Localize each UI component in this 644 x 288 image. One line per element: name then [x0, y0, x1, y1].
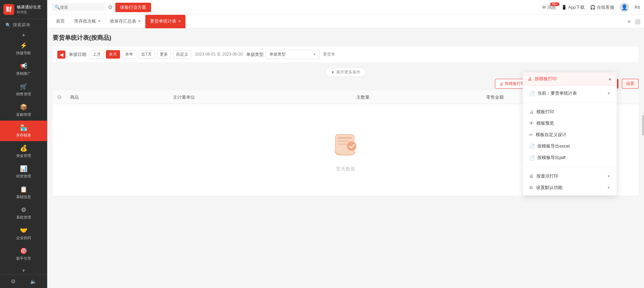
item-left: 🖥 按显示打印 — [529, 173, 558, 179]
default-func-icon: ⚙ — [529, 185, 533, 190]
item-left: 📄 按模板导出pdf — [529, 155, 565, 161]
window-maximize-btn[interactable]: ⬜ — [635, 19, 640, 24]
default-func-label: 设置默认功能 — [536, 185, 562, 191]
filter-bar: ◀ 单据日期 上月 本月 本年 近7天 更多 自定义 2023-06-01 至 … — [53, 46, 639, 62]
sidebar-item-label: 系统管理 — [16, 215, 31, 220]
sidebar-item-beginner[interactable]: 🎯 新手引导 — [0, 244, 47, 264]
col-settings[interactable]: ⚙ — [53, 91, 66, 104]
scrollbar-handle[interactable] — [642, 115, 644, 135]
settings-bottom-icon[interactable]: ⚙ — [11, 278, 16, 285]
user-name[interactable]: Rit — [635, 5, 640, 10]
window-close-btn[interactable]: ✕ — [626, 19, 632, 24]
topbar-app-download[interactable]: 📱 App下载 — [561, 4, 585, 10]
dropdown-caret-icon: ▲ — [608, 76, 612, 81]
topbar-search-icon: 🔍 — [55, 5, 60, 10]
topbar-gear-icon[interactable]: ⚙ — [108, 4, 113, 10]
doctype-select[interactable]: 单据类型 ▼ — [266, 50, 320, 59]
sidebar-item-operation[interactable]: 📊 经营管理 — [0, 162, 47, 182]
sidebar-logo: 财 畅康通好生意 标准版 — [0, 0, 47, 19]
sidebar-scroll-down[interactable]: ▼ — [0, 267, 47, 275]
sidebar-item-app-center[interactable]: 📱 应用中心 — [0, 264, 47, 267]
topbar-service[interactable]: 🎧 在线客服 — [590, 4, 614, 10]
export-excel-icon: 📄 — [529, 143, 535, 149]
dropdown-item-export-excel[interactable]: 📄 按模板导出excel — [523, 140, 617, 152]
date-btn-more[interactable]: 更多 — [157, 50, 171, 59]
dropdown-header[interactable]: 🖨 按模板打印 ▲ — [523, 72, 617, 86]
dropdown-header-left: 🖨 按模板打印 — [528, 76, 557, 82]
template-design-label: 模板自定义设计 — [536, 132, 566, 138]
dropdown-item-export-pdf[interactable]: 📄 按模板导出pdf — [523, 152, 617, 163]
settings-btn[interactable]: 设置 — [622, 79, 639, 89]
sidebar-item-label: 新手引导 — [16, 256, 31, 261]
export-excel-label: 按模板导出excel — [537, 143, 569, 149]
sidebar-item-enterprise[interactable]: 🤝 企业协同 — [0, 223, 47, 244]
item-left: ✏ 模板自定义设计 — [529, 132, 566, 138]
user-avatar[interactable]: 👤 — [620, 3, 629, 12]
doctype-select-value: 单据类型 — [269, 52, 286, 57]
topbar-message[interactable]: ✉ 消息 99+ — [542, 4, 556, 10]
date-btn-last7[interactable]: 近7天 — [138, 50, 155, 59]
marketing-icon: 📢 — [20, 62, 27, 70]
sidebar-item-system[interactable]: ⚙ 系统管理 — [0, 203, 47, 223]
sidebar-item-label: 库存核算 — [16, 133, 31, 138]
sound-bottom-icon[interactable]: 🔈 — [30, 278, 37, 285]
tab-receive-summary-close[interactable]: × — [138, 19, 141, 24]
sidebar-item-label: 采购管理 — [16, 112, 31, 117]
empty-icon-svg — [329, 128, 362, 161]
sidebar-item-label: 资金管理 — [16, 153, 31, 158]
dropdown-item-template-design[interactable]: ✏ 模板自定义设计 — [523, 129, 617, 140]
sidebar-item-basic[interactable]: 📋 基础信息 — [0, 182, 47, 203]
service-icon: 🎧 — [590, 5, 595, 10]
purchase-icon: 📦 — [20, 103, 27, 111]
filter-expand-btn[interactable]: ◀ — [57, 51, 65, 59]
table-gear-icon[interactable]: ⚙ — [57, 94, 62, 100]
date-btn-current-month[interactable]: 本月 — [106, 50, 120, 59]
dropdown-item-display-print[interactable]: 🖥 按显示打印 ▼ — [523, 170, 617, 182]
sales-icon: 🛒 — [20, 83, 27, 90]
date-range-display: 2023-06-01 至 2023-06-30 — [195, 52, 243, 57]
dropdown-item-current[interactable]: 📄 当前：要货单统计表 ▼ — [523, 88, 617, 99]
sidebar-scroll-up[interactable]: ▲ — [0, 31, 47, 38]
dropdown-item-template-print[interactable]: 🖨 模板打印 — [523, 106, 617, 118]
sidebar-item-finance[interactable]: 💰 资金管理 — [0, 141, 47, 162]
doctype-filter-label: 单据类型 — [246, 52, 264, 58]
dropdown-item-default-func[interactable]: ⚙ 设置默认功能 ▼ — [523, 182, 617, 193]
col-unit: 主计量单位 — [169, 91, 352, 104]
topbar-right: ✉ 消息 99+ 📱 App下载 🎧 在线客服 👤 Rit — [542, 3, 640, 12]
topbar-search-input[interactable] — [60, 5, 100, 10]
sidebar-search[interactable]: 🔍 搜索菜单 — [0, 19, 47, 31]
sidebar-nav: ⚡ 快捷导航 📢 营销推广 🛒 销售管理 📦 采购管理 🏪 库存核算 💰 资金管… — [0, 38, 47, 267]
topbar-search-box[interactable]: 🔍 — [51, 3, 105, 11]
sidebar-item-marketing[interactable]: 📢 营销推广 — [0, 59, 47, 79]
tab-receive-summary[interactable]: 收发存汇总表 × — [105, 15, 145, 28]
app-logo-icon: 财 — [3, 4, 14, 15]
quick-nav-icon: ⚡ — [20, 42, 27, 49]
template-preview-icon: 👁 — [529, 121, 534, 126]
message-icon: ✉ — [542, 5, 546, 10]
tab-inventory-batch[interactable]: 库存批次账 × — [69, 15, 105, 28]
tab-order-stats-close[interactable]: × — [178, 19, 181, 24]
dropdown-item-template-preview[interactable]: 👁 模板预览 — [523, 118, 617, 129]
expand-more-btn[interactable]: ▼ 展开更多条件 — [326, 68, 365, 77]
order-type-label: 要货单 — [323, 52, 335, 57]
trial-btn[interactable]: 体验行业方案 — [115, 3, 151, 12]
sidebar-item-quick-nav[interactable]: ⚡ 快捷导航 — [0, 38, 47, 59]
sidebar-item-label: 企业协同 — [16, 235, 31, 241]
sidebar-item-sales[interactable]: 🛒 销售管理 — [0, 79, 47, 100]
date-btn-custom[interactable]: 自定义 — [173, 50, 191, 59]
sidebar-item-purchase[interactable]: 📦 采购管理 — [0, 100, 47, 121]
empty-text: 暂无数据 — [336, 166, 355, 172]
beginner-icon: 🎯 — [20, 247, 27, 255]
tab-inventory-batch-close[interactable]: × — [98, 19, 100, 24]
date-btn-current-year[interactable]: 本年 — [122, 50, 136, 59]
tab-home[interactable]: 首页 — [51, 15, 69, 28]
display-print-caret: ▼ — [607, 174, 611, 178]
tab-inventory-batch-label: 库存批次账 — [74, 18, 96, 24]
template-print-icon: 🖨 — [529, 109, 534, 115]
tab-order-stats[interactable]: 要货单统计表 × — [145, 15, 185, 28]
finance-icon: 💰 — [20, 145, 27, 152]
date-btn-prev-month[interactable]: 上月 — [90, 50, 104, 59]
filter-doctype-group: 单据类型 单据类型 ▼ — [246, 50, 320, 59]
sidebar-item-inventory[interactable]: 🏪 库存核算 — [0, 121, 47, 141]
doctype-caret-icon: ▼ — [313, 53, 316, 56]
